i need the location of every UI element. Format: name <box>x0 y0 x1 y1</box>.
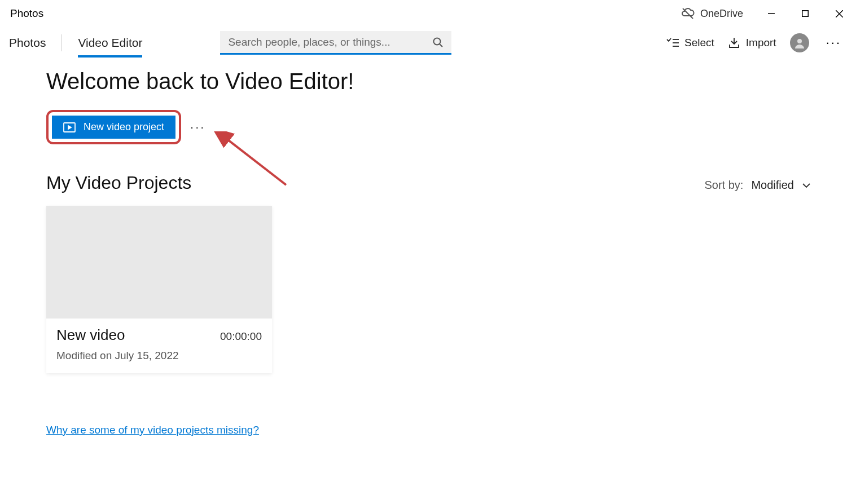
user-avatar[interactable] <box>790 33 809 52</box>
search-icon <box>432 37 444 48</box>
projects-section-row: My Video Projects Sort by: Modified <box>46 173 811 193</box>
search-input[interactable] <box>228 36 427 48</box>
minimize-icon <box>768 10 775 17</box>
select-icon <box>666 37 679 48</box>
svg-point-5 <box>434 38 441 45</box>
project-title-row: New video 00:00:00 <box>56 326 262 344</box>
close-icon <box>836 10 843 17</box>
svg-marker-13 <box>68 126 71 129</box>
svg-rect-2 <box>802 11 809 17</box>
tab-photos[interactable]: Photos <box>9 32 46 54</box>
more-button[interactable]: ··· <box>823 36 845 50</box>
search-box[interactable] <box>220 31 451 55</box>
project-card[interactable]: New video 00:00:00 Modified on July 15, … <box>46 206 272 373</box>
more-actions-button[interactable]: ··· <box>190 120 205 135</box>
new-video-project-label: New video project <box>84 121 164 133</box>
person-icon <box>794 37 805 48</box>
import-icon <box>728 37 740 49</box>
maximize-icon <box>802 10 809 17</box>
app-title: Photos <box>10 7 43 20</box>
project-title: New video <box>56 326 125 344</box>
select-button[interactable]: Select <box>666 37 714 49</box>
onedrive-label: OneDrive <box>700 8 743 20</box>
welcome-heading: Welcome back to Video Editor! <box>46 69 811 94</box>
toolbar: Photos Video Editor Select Import <box>0 27 856 59</box>
svg-line-6 <box>440 44 442 47</box>
import-label: Import <box>746 37 776 49</box>
missing-projects-link[interactable]: Why are some of my video projects missin… <box>46 424 259 436</box>
minimize-button[interactable] <box>754 0 788 27</box>
select-label: Select <box>684 37 714 49</box>
chevron-down-icon <box>802 181 811 190</box>
sort-value: Modified <box>751 179 794 192</box>
project-duration: 00:00:00 <box>220 330 262 343</box>
sort-dropdown[interactable]: Sort by: Modified <box>704 179 811 192</box>
new-project-row: New video project ··· <box>46 110 811 144</box>
svg-point-11 <box>797 39 802 43</box>
close-button[interactable] <box>822 0 856 27</box>
new-video-project-button[interactable]: New video project <box>52 116 175 139</box>
toolbar-right: Select Import ··· <box>666 33 856 52</box>
title-bar: Photos OneDrive <box>0 0 856 27</box>
maximize-button[interactable] <box>788 0 822 27</box>
import-button[interactable]: Import <box>728 37 776 49</box>
tab-divider <box>62 34 62 51</box>
project-thumbnail <box>46 206 272 319</box>
project-modified-date: Modified on July 15, 2022 <box>56 350 262 362</box>
title-bar-right: OneDrive <box>681 0 856 27</box>
content: Welcome back to Video Editor! New video … <box>0 59 856 436</box>
sort-by-label: Sort by: <box>704 179 743 192</box>
project-card-body: New video 00:00:00 Modified on July 15, … <box>46 319 272 373</box>
annotation-highlight-box: New video project <box>46 110 181 144</box>
tab-video-editor[interactable]: Video Editor <box>78 32 142 54</box>
window-controls <box>754 0 856 27</box>
onedrive-status[interactable]: OneDrive <box>681 7 754 20</box>
video-project-icon <box>63 122 76 132</box>
cloud-off-icon <box>681 7 695 20</box>
my-projects-heading: My Video Projects <box>46 173 191 193</box>
